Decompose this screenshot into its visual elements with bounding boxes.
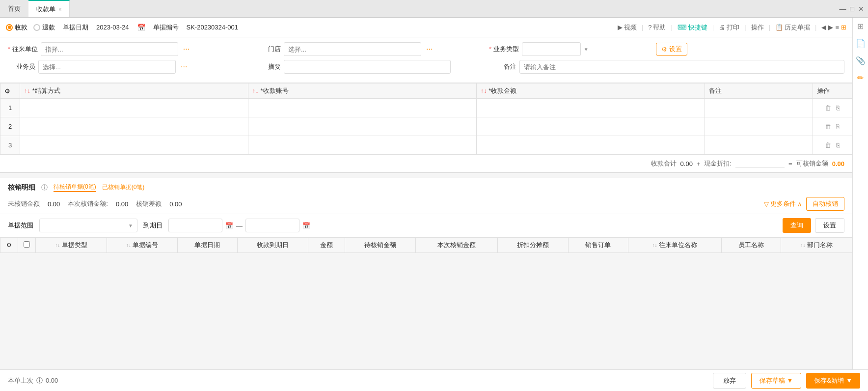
bottom-col-settings[interactable]: ⚙ (0, 238, 18, 253)
video-btn[interactable]: ▶ 视频 (618, 23, 637, 32)
auto-cancel-btn[interactable]: 自动核销 (806, 197, 844, 211)
more-conditions-btn[interactable]: ▽ 更多条件 ∧ (764, 199, 802, 208)
view-list-icon[interactable]: ≡ (835, 24, 839, 31)
close-window-icon[interactable]: ✕ (858, 5, 864, 13)
view-next-icon[interactable]: ▶ (828, 24, 833, 31)
footer-info-icon[interactable]: ⓘ (36, 376, 43, 385)
biz-type-input[interactable]: 预收款 (522, 42, 581, 56)
tab-home[interactable]: 首页 (0, 0, 28, 17)
done-tab[interactable]: 已核销单据(0笔) (102, 183, 145, 192)
writeoff-title: 核销明细 (8, 183, 35, 192)
doc-no-value: SK-20230324-001 (187, 24, 239, 31)
abandon-btn[interactable]: 放弃 (713, 373, 746, 389)
cell-amount-2[interactable] (476, 117, 705, 136)
delete-icon-2[interactable]: 🗑 (825, 123, 831, 130)
maximize-icon[interactable]: □ (850, 5, 854, 13)
shortcut-btn[interactable]: ⌨ 快捷键 (678, 23, 707, 32)
shop-more-btn[interactable]: ··· (424, 45, 434, 54)
save-draft-dropdown-icon[interactable]: ▼ (787, 377, 793, 384)
cell-remark-2[interactable] (705, 117, 813, 136)
history-btn[interactable]: 📋 历史单据 (775, 23, 810, 32)
copy-icon-1[interactable]: ⎘ (836, 104, 840, 112)
sidebar-clip-icon[interactable]: 📎 (856, 56, 866, 65)
shop-input[interactable] (284, 42, 421, 56)
print-icon: 🖨 (719, 24, 725, 31)
cell-amount-3[interactable] (476, 136, 705, 155)
writeoff-info-icon[interactable]: ⓘ (41, 183, 48, 192)
cell-remark-3[interactable] (705, 136, 813, 155)
copy-icon-3[interactable]: ⎘ (836, 141, 840, 149)
save-draft-btn[interactable]: 保存草稿 ▼ (751, 373, 802, 389)
biz-type-chevron[interactable]: ▼ (584, 47, 589, 52)
calendar-icon[interactable]: 📅 (137, 24, 145, 31)
summary-bar: 收款合计 0.00 + 现金折扣: = 可核销金额 0.00 (0, 155, 852, 173)
diff-label: 核销差额 (136, 199, 162, 208)
cell-account-2[interactable] (248, 117, 476, 136)
bottom-col-due-date: 收款到期日 (237, 238, 308, 253)
radio-receive[interactable]: 收款 (6, 23, 27, 32)
radio-group: 收款 退款 (6, 23, 55, 32)
summary-input[interactable] (284, 60, 451, 74)
calendar-to-icon[interactable]: 📅 (302, 222, 310, 229)
range-select[interactable]: ▼ (39, 219, 137, 232)
cell-actions-1: 🗑 ⎘ (813, 99, 852, 117)
total-label: 收款合计 (651, 159, 677, 168)
pending-tab[interactable]: 待核销单据(0笔) (54, 183, 96, 192)
form-settings-btn[interactable]: ⚙ 设置 (656, 43, 687, 56)
equals-sign: = (788, 160, 792, 168)
cell-account-3[interactable] (248, 136, 476, 155)
bottom-col-dept: ↑↓ 部门名称 (781, 238, 852, 253)
save-new-dropdown-icon[interactable]: ▼ (846, 377, 852, 384)
delete-icon-1[interactable]: 🗑 (825, 104, 831, 112)
tab-close-icon[interactable]: × (58, 6, 61, 12)
query-settings-btn[interactable]: 设置 (815, 218, 844, 233)
delete-icon-3[interactable]: 🗑 (825, 141, 831, 149)
bottom-col-checkbox[interactable] (18, 238, 36, 253)
from-date-input[interactable]: 2022-04-01 (168, 219, 222, 232)
cell-settlement-2[interactable] (20, 117, 248, 136)
remark-input[interactable] (519, 60, 844, 74)
partner-input[interactable] (41, 42, 178, 56)
calendar-from-icon[interactable]: 📅 (225, 222, 233, 229)
discount-input[interactable] (735, 160, 785, 168)
remark-field: 备注 (489, 60, 844, 74)
select-all-checkbox[interactable] (24, 241, 30, 248)
operations-btn[interactable]: 操作 (751, 23, 764, 32)
cell-settlement-3[interactable] (20, 136, 248, 155)
tab-current[interactable]: 收款单 × (28, 0, 70, 17)
tab-bar: 首页 收款单 × — □ ✕ (0, 0, 868, 18)
summary-field: 摘要 (253, 60, 469, 74)
bottom-col-doc-no: ↑↓ 单据编号 (107, 238, 178, 253)
toolbar-right: ▶ 视频 | ? 帮助 | ⌨ 快捷键 | 🖨 打印 | 操作 | (618, 23, 846, 32)
sidebar-table-icon[interactable]: ⊞ (857, 22, 864, 31)
tab-bar-controls: — □ ✕ (840, 5, 868, 13)
help-btn[interactable]: ? 帮助 (648, 23, 666, 32)
sidebar-edit-icon[interactable]: ✏ (857, 73, 864, 83)
sidebar-doc-icon[interactable]: 📄 (856, 39, 866, 48)
save-new-btn[interactable]: 保存&新增 ▼ (806, 373, 860, 389)
cell-account-1[interactable] (248, 99, 476, 117)
staff-input[interactable] (38, 60, 176, 74)
form-row-2: 业务员 ··· 摘要 备注 (8, 60, 844, 74)
query-btn[interactable]: 查询 (783, 218, 811, 233)
copy-icon-2[interactable]: ⎘ (836, 123, 840, 130)
summary-label: 摘要 (253, 62, 281, 71)
col-remark: 备注 (705, 84, 813, 99)
chevron-up-icon: ∧ (797, 200, 802, 208)
minimize-icon[interactable]: — (840, 5, 846, 13)
print-btn[interactable]: 🖨 打印 (719, 23, 739, 32)
partner-more-btn[interactable]: ··· (181, 45, 191, 54)
cell-settlement-1[interactable] (20, 99, 248, 117)
view-grid-icon[interactable]: ⊞ (841, 24, 846, 31)
staff-more-btn[interactable]: ··· (179, 62, 189, 71)
to-date-input[interactable]: 2022-04-12 (245, 219, 299, 232)
radio-refund[interactable]: 退款 (33, 23, 55, 32)
col-settings[interactable]: ⚙ (0, 84, 20, 99)
available-label: 可核销金额 (796, 159, 828, 168)
col-settlement: ↑↓ *结算方式 (20, 84, 248, 99)
view-prev-icon[interactable]: ◀ (821, 24, 826, 31)
cell-remark-1[interactable] (705, 99, 813, 117)
cell-amount-1[interactable] (476, 99, 705, 117)
biz-type-label: * 业务类型 (489, 45, 519, 54)
discount-label: 现金折扣: (704, 159, 732, 168)
